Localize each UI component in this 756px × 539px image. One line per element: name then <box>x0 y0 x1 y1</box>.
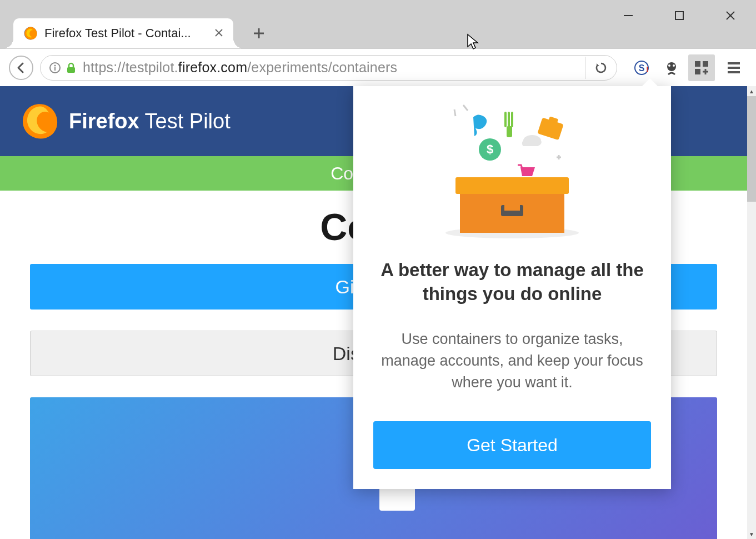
svg-rect-11 <box>54 67 56 71</box>
svg-point-17 <box>668 64 670 67</box>
reload-button[interactable] <box>585 57 608 79</box>
svg-rect-44 <box>504 205 520 211</box>
svg-rect-19 <box>695 61 700 67</box>
window-minimize-button[interactable] <box>603 0 654 31</box>
containers-onboarding-popover: $ A better way to manage all the things … <box>353 86 671 489</box>
svg-rect-42 <box>455 177 569 194</box>
firefox-logo-icon <box>20 102 59 141</box>
svg-line-37 <box>454 109 455 116</box>
svg-line-38 <box>463 105 468 111</box>
scrollbar-thumb[interactable] <box>747 96 756 202</box>
popover-body: Use containers to organize tasks, manage… <box>373 328 651 393</box>
window-close-button[interactable] <box>705 0 756 31</box>
svg-rect-20 <box>703 61 708 67</box>
svg-text:$: $ <box>487 142 493 156</box>
svg-rect-12 <box>67 67 75 73</box>
back-button[interactable] <box>9 56 33 80</box>
svg-text:!: ! <box>646 65 649 74</box>
tab-title: Firefox Test Pilot - Contai... <box>44 26 210 41</box>
site-identity[interactable] <box>49 62 76 73</box>
brand[interactable]: Firefox Test Pilot <box>20 102 231 141</box>
get-started-button[interactable]: Get Started <box>373 421 651 469</box>
svg-rect-21 <box>695 69 700 74</box>
fork-icon <box>504 112 513 137</box>
firefox-favicon-icon <box>23 26 38 41</box>
extension-icon-1[interactable]: S! <box>628 54 655 81</box>
svg-rect-1 <box>675 12 683 19</box>
toolbar-extension-area: S! <box>628 54 747 81</box>
tab-strip: Firefox Test Pilot - Contai... <box>13 18 269 48</box>
tab-close-button[interactable] <box>214 26 223 41</box>
tab-active[interactable]: Firefox Test Pilot - Contai... <box>13 18 233 48</box>
cloud-icon <box>522 135 542 146</box>
extension-icon-2[interactable] <box>658 54 685 81</box>
scroll-down-arrow[interactable]: ▼ <box>747 529 756 539</box>
scroll-up-arrow[interactable]: ▲ <box>747 86 756 96</box>
url-text: https://testpilot.firefox.com/experiment… <box>83 59 397 76</box>
svg-rect-30 <box>511 112 513 127</box>
window-maximize-button[interactable] <box>654 0 705 31</box>
vertical-scrollbar[interactable]: ▲ ▼ <box>747 86 756 539</box>
hamburger-menu-button[interactable] <box>720 54 747 81</box>
svg-rect-28 <box>504 112 507 127</box>
mouse-cursor-icon <box>467 33 480 50</box>
svg-point-18 <box>673 64 675 67</box>
bird-icon <box>473 114 487 136</box>
lock-icon <box>66 62 76 73</box>
popover-heading: A better way to manage all the things yo… <box>373 258 651 306</box>
window-controls <box>603 0 756 31</box>
containers-toolbar-button[interactable] <box>688 54 715 81</box>
svg-rect-29 <box>508 112 510 127</box>
svg-rect-31 <box>507 126 512 137</box>
url-bar[interactable]: https://testpilot.firefox.com/experiment… <box>40 55 617 81</box>
svg-point-16 <box>667 62 676 71</box>
svg-text:S: S <box>639 63 645 73</box>
info-icon <box>49 62 61 73</box>
popover-illustration: $ <box>373 102 651 241</box>
new-tab-button[interactable] <box>249 23 269 43</box>
briefcase-icon <box>537 114 564 141</box>
brand-title: Firefox Test Pilot <box>69 109 231 133</box>
svg-point-10 <box>54 64 56 66</box>
